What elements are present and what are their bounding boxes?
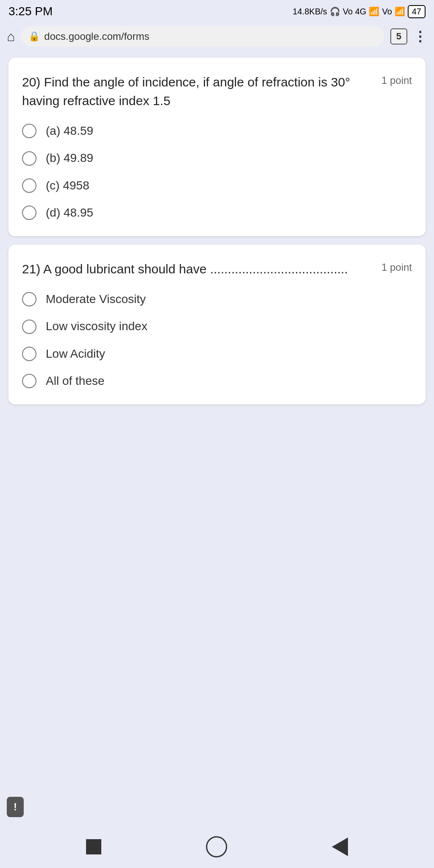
network-icon: Vo 4G <box>343 7 367 17</box>
nav-square-button[interactable] <box>86 839 101 854</box>
question-20-text: 20) Find the angle of incidence, if angl… <box>22 73 381 110</box>
question-21-points: 1 point <box>381 260 412 273</box>
option-q20d[interactable]: (d) 48.95 <box>22 205 412 220</box>
option-q20b-label: (b) 49.89 <box>46 150 93 166</box>
radio-q21b[interactable] <box>22 320 36 334</box>
question-20-card: 20) Find the angle of incidence, if angl… <box>8 58 426 236</box>
signal-bars-2: 📶 <box>395 6 405 17</box>
option-q21d-label: All of these <box>46 373 105 389</box>
feedback-button[interactable]: ! <box>7 797 24 817</box>
nav-home-button[interactable] <box>206 836 227 857</box>
status-icons: 14.8KB/s 🎧 Vo 4G 📶 Vo 📶 47 <box>293 5 426 18</box>
lock-icon: 🔒 <box>28 31 40 42</box>
option-q20c-label: (c) 4958 <box>46 178 89 193</box>
question-21-body: A good lubricant should have ...........… <box>43 262 348 276</box>
option-q21a[interactable]: Moderate Viscosity <box>22 292 412 307</box>
question-20-points: 1 point <box>381 73 412 86</box>
status-time: 3:25 PM <box>8 5 53 18</box>
radio-q20b[interactable] <box>22 151 36 166</box>
option-q20b[interactable]: (b) 49.89 <box>22 150 412 166</box>
radio-q21d[interactable] <box>22 374 36 388</box>
option-q20c[interactable]: (c) 4958 <box>22 178 412 193</box>
radio-q20a[interactable] <box>22 124 36 138</box>
nav-back-button[interactable] <box>332 837 348 856</box>
question-21-options: Moderate Viscosity Low viscosity index L… <box>22 292 412 389</box>
option-q21a-label: Moderate Viscosity <box>46 292 146 307</box>
network-icon-2: Vo <box>382 7 392 17</box>
home-button[interactable]: ⌂ <box>7 29 15 45</box>
option-q20a-label: (a) 48.59 <box>46 123 93 139</box>
address-bar[interactable]: 🔒 docs.google.com/forms <box>21 26 384 47</box>
question-21-text: 21) A good lubricant should have .......… <box>22 260 381 278</box>
question-20-number: 20) <box>22 75 40 89</box>
tab-count[interactable]: 5 <box>390 28 407 45</box>
option-q21b[interactable]: Low viscosity index <box>22 319 412 334</box>
url-text: docs.google.com/forms <box>44 31 376 42</box>
question-20-body: Find the angle of incidence, if angle of… <box>22 75 350 108</box>
question-21-header: 21) A good lubricant should have .......… <box>22 260 412 278</box>
signal-bars: 📶 <box>369 6 379 17</box>
option-q21c[interactable]: Low Acidity <box>22 346 412 362</box>
radio-q21a[interactable] <box>22 292 36 306</box>
option-q21b-label: Low viscosity index <box>46 319 147 334</box>
radio-q20c[interactable] <box>22 178 36 193</box>
signal-icon: 🎧 <box>330 6 340 17</box>
bottom-nav <box>0 826 434 868</box>
battery-indicator: 47 <box>408 5 426 18</box>
question-20-options: (a) 48.59 (b) 49.89 (c) 4958 (d) 48.95 <box>22 123 412 221</box>
option-q21d[interactable]: All of these <box>22 373 412 389</box>
radio-q20d[interactable] <box>22 206 36 220</box>
browser-bar: ⌂ 🔒 docs.google.com/forms 5 ⋮ <box>0 22 434 51</box>
question-20-header: 20) Find the angle of incidence, if angl… <box>22 73 412 110</box>
status-bar: 3:25 PM 14.8KB/s 🎧 Vo 4G 📶 Vo 📶 47 <box>0 0 434 22</box>
content-area: 20) Find the angle of incidence, if angl… <box>0 51 434 411</box>
more-options-button[interactable]: ⋮ <box>413 28 427 45</box>
speed-indicator: 14.8KB/s <box>293 7 327 17</box>
radio-q21c[interactable] <box>22 347 36 361</box>
option-q21c-label: Low Acidity <box>46 346 105 362</box>
question-21-number: 21) <box>22 262 40 276</box>
question-21-card: 21) A good lubricant should have .......… <box>8 245 426 404</box>
option-q20a[interactable]: (a) 48.59 <box>22 123 412 139</box>
option-q20d-label: (d) 48.95 <box>46 205 93 220</box>
